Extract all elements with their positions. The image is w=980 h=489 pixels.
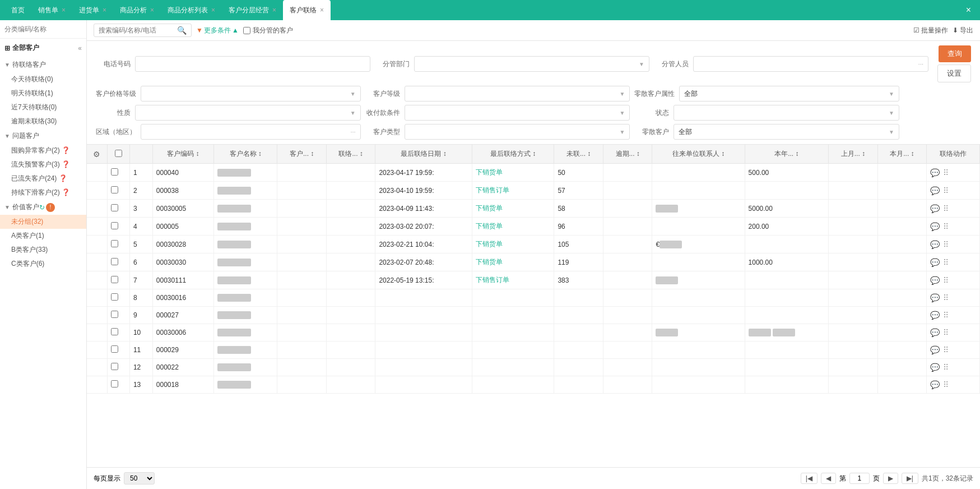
tab-sales[interactable]: 销售单 ×	[31, 0, 72, 20]
my-customers-checkbox[interactable]	[243, 27, 250, 34]
row-checkbox[interactable]	[111, 345, 118, 353]
sidebar-group-problem[interactable]: ▼ 问题客户	[0, 128, 86, 144]
chat-icon[interactable]: 💬	[930, 186, 940, 195]
col-contact-header[interactable]: 联络... ↕	[326, 145, 375, 164]
col-no-contact-header[interactable]: 未联... ↕	[554, 145, 603, 164]
sidebar-item-hoarding[interactable]: 囤购异常客户(2) ❓	[0, 144, 86, 158]
row-checkbox[interactable]	[111, 276, 118, 283]
nature-select[interactable]: ▼	[135, 105, 361, 121]
contact-method-link[interactable]: 下销售订单	[476, 186, 509, 194]
cell-checkbox[interactable]	[107, 182, 129, 200]
row-checkbox[interactable]	[111, 328, 118, 335]
apps-icon[interactable]: ⠿	[943, 276, 949, 285]
cell-checkbox[interactable]	[107, 289, 129, 307]
sidebar-collapse-icon[interactable]: «	[78, 44, 82, 52]
contact-method-link[interactable]: 下销售订单	[476, 276, 509, 284]
col-last-method-header[interactable]: 最后联络方式 ↕	[472, 145, 554, 164]
sidebar-item-class-a[interactable]: A类客户(1)	[0, 229, 86, 243]
col-this-month-header[interactable]: 本月... ↕	[877, 145, 927, 164]
col-type-header[interactable]: 客户... ↕	[277, 145, 327, 164]
retail-customer-select[interactable]: 全部▼	[674, 124, 899, 140]
filter-search-input[interactable]	[99, 26, 177, 34]
customer-grade-select[interactable]: ▼	[405, 86, 630, 102]
col-settings[interactable]: ⚙	[87, 145, 107, 164]
cell-checkbox[interactable]	[107, 164, 129, 182]
per-page-select[interactable]: 50 20 100	[124, 472, 155, 485]
cell-checkbox[interactable]	[107, 271, 129, 289]
filter-search-icon[interactable]: 🔍	[177, 26, 187, 35]
row-checkbox[interactable]	[111, 222, 118, 229]
export-button[interactable]: ⬇ 导出	[953, 26, 973, 35]
page-number-input[interactable]	[849, 473, 870, 484]
sidebar-item-tomorrow[interactable]: 明天待联络(1)	[0, 86, 86, 100]
chat-icon[interactable]: 💬	[930, 258, 940, 267]
col-last-month-header[interactable]: 上月... ↕	[829, 145, 878, 164]
person-select[interactable]: ···	[693, 56, 928, 72]
sidebar-item-churn-warning[interactable]: 流失预警客户(3) ❓	[0, 158, 86, 172]
window-close-button[interactable]: ×	[962, 5, 976, 15]
cell-checkbox[interactable]	[107, 218, 129, 236]
row-checkbox[interactable]	[111, 311, 118, 318]
col-last-date-header[interactable]: 最后联络日期 ↕	[375, 145, 472, 164]
col-company-contact-header[interactable]: 往来单位联系人 ↕	[652, 145, 745, 164]
cell-checkbox[interactable]	[107, 342, 129, 359]
sidebar-group-pending[interactable]: ▼ 待联络客户	[0, 57, 86, 72]
batch-operations-button[interactable]: ☑ 批量操作	[913, 26, 948, 35]
apps-icon[interactable]: ⠿	[943, 328, 949, 337]
col-this-year-header[interactable]: 本年... ↕	[745, 145, 829, 164]
cell-checkbox[interactable]	[107, 359, 129, 376]
close-product-analysis-list-icon[interactable]: ×	[211, 6, 215, 14]
apps-icon[interactable]: ⠿	[943, 345, 949, 354]
payment-select[interactable]: ▼	[405, 105, 630, 121]
region-select[interactable]: ···	[141, 124, 361, 140]
sidebar-all-customers[interactable]: ⊞ 全部客户 «	[0, 39, 86, 57]
apps-icon[interactable]: ⠿	[943, 258, 949, 267]
apps-icon[interactable]: ⠿	[943, 222, 949, 231]
next-page-button[interactable]: ▶	[883, 473, 898, 484]
row-checkbox[interactable]	[111, 380, 118, 387]
chat-icon[interactable]: 💬	[930, 380, 940, 389]
cell-checkbox[interactable]	[107, 200, 129, 218]
close-product-analysis-icon[interactable]: ×	[150, 6, 154, 14]
sidebar-item-churned[interactable]: 已流失客户(24) ❓	[0, 172, 86, 186]
sidebar-item-today[interactable]: 今天待联络(0)	[0, 72, 86, 86]
sidebar-search-input[interactable]	[4, 25, 87, 33]
chat-icon[interactable]: 💬	[930, 204, 940, 213]
tab-customer-stratify[interactable]: 客户分层经营 ×	[222, 0, 283, 20]
chat-icon[interactable]: 💬	[930, 328, 940, 337]
close-purchase-icon[interactable]: ×	[103, 6, 106, 14]
apps-icon[interactable]: ⠿	[943, 204, 949, 213]
chat-icon[interactable]: 💬	[930, 363, 940, 372]
reset-button[interactable]: 设置	[937, 64, 971, 82]
apps-icon[interactable]: ⠿	[943, 186, 949, 195]
tab-purchase[interactable]: 进货单 ×	[72, 0, 113, 20]
sidebar-item-ungrouped[interactable]: 未分组(32)	[0, 215, 86, 229]
sidebar-item-overdue[interactable]: 逾期未联络(30)	[0, 114, 86, 128]
col-checkbox-header[interactable]	[107, 145, 129, 164]
tab-product-analysis[interactable]: 商品分析 ×	[113, 0, 161, 20]
refresh-icon[interactable]: ↻	[39, 204, 45, 211]
chat-icon[interactable]: 💬	[930, 345, 940, 354]
apps-icon[interactable]: ⠿	[943, 311, 949, 320]
chat-icon[interactable]: 💬	[930, 222, 940, 231]
chat-icon[interactable]: 💬	[930, 293, 940, 302]
sidebar-item-class-c[interactable]: C类客户(6)	[0, 257, 86, 271]
chat-icon[interactable]: 💬	[930, 311, 940, 320]
close-customer-contact-icon[interactable]: ×	[320, 6, 324, 14]
gear-icon[interactable]: ⚙	[93, 150, 100, 159]
col-name-header[interactable]: 客户名称 ↕	[214, 145, 277, 164]
row-checkbox[interactable]	[111, 258, 118, 265]
last-page-button[interactable]: ▶|	[902, 473, 918, 484]
row-checkbox[interactable]	[111, 204, 118, 211]
contact-method-link[interactable]: 下销货单	[476, 222, 503, 230]
chat-icon[interactable]: 💬	[930, 168, 940, 177]
phone-input[interactable]	[135, 56, 370, 72]
contact-method-link[interactable]: 下销货单	[476, 240, 503, 248]
cell-checkbox[interactable]	[107, 376, 129, 394]
tab-home[interactable]: 首页	[4, 0, 31, 20]
tab-product-analysis-list[interactable]: 商品分析列表 ×	[161, 0, 222, 20]
row-checkbox[interactable]	[111, 240, 118, 247]
query-button[interactable]: 查询	[939, 45, 971, 62]
contact-method-link[interactable]: 下销货单	[476, 204, 503, 212]
col-overdue-header[interactable]: 逾期... ↕	[603, 145, 652, 164]
